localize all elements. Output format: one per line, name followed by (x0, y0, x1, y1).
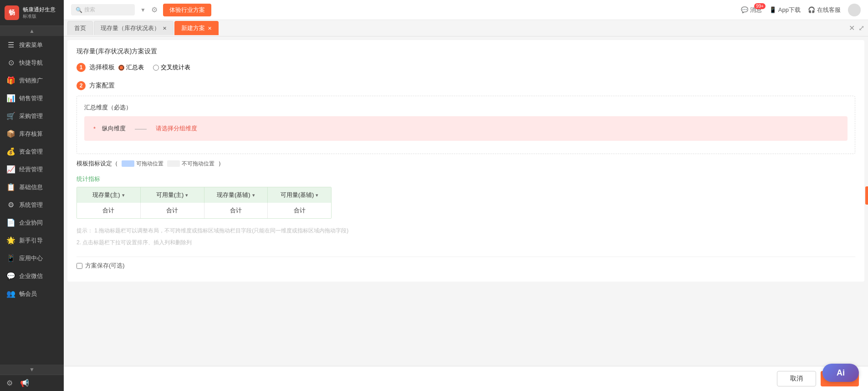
tab-new-scheme-label: 新建方案 (181, 24, 205, 32)
sidebar-item-quicknav[interactable]: ⊙ 快捷导航 (0, 54, 64, 72)
sidebar-item-apps[interactable]: 📱 应用中心 (0, 249, 64, 267)
tab-new-scheme-close[interactable]: ✕ (208, 26, 212, 31)
sidebar-item-label: 系统管理 (19, 201, 43, 209)
field-dash: —— (135, 125, 147, 132)
sidebar-item-member[interactable]: 👥 畅会员 (0, 285, 64, 303)
search-text: 搜索 (84, 6, 95, 14)
stat-table-header: 现存量(主) ▾ 可用量(主) ▾ 现存量(基辅) ▾ (77, 187, 331, 203)
stats-title: 统计指标 (77, 175, 855, 183)
save-checkbox[interactable]: 方案保存(可选) (77, 262, 855, 270)
tab-inventory[interactable]: 现存量（库存状况表） ✕ (94, 21, 174, 35)
sidebar-nav: ☰ 搜索菜单 ⊙ 快捷导航 🎁 营销推广 📊 销售管理 🛒 采购管理 📦 库存核… (0, 36, 64, 365)
sidebar-scroll-down[interactable]: ▼ (0, 365, 64, 375)
contract-icon: 📄 (6, 218, 15, 227)
radio-cross-label: 交叉统计表 (161, 63, 190, 72)
field-label-vertical: 纵向维度 (102, 124, 126, 133)
stat-col-2: 可用量(主) ▾ (141, 187, 204, 203)
sidebar-item-newbie[interactable]: 🌟 新手引导 (0, 232, 64, 249)
sidebar-item-label: 库存核算 (19, 130, 43, 138)
purchase-icon: 🛒 (6, 112, 15, 120)
tab-close-button[interactable]: ✕ (849, 24, 855, 32)
stat-col-4-chevron[interactable]: ▾ (316, 192, 318, 198)
step2-header: 2 方案配置 (77, 81, 855, 90)
sidebar-item-finance[interactable]: 💰 资金管理 (0, 143, 64, 160)
sidebar-item-label: 搜索菜单 (19, 41, 43, 49)
sidebar-item-marketing[interactable]: 🎁 营销推广 (0, 72, 64, 89)
field-placeholder: 请选择分组维度 (156, 124, 197, 133)
search-icon: 🔍 (76, 7, 82, 13)
online-service-link[interactable]: 🎧 在线客服 (808, 6, 841, 14)
main-area: 🔍 搜索 ▼ ⚙ 体验行业方案 💬 消息 99+ 📱 App下载 🎧 在线客服 (64, 0, 868, 391)
app-name: 畅康通好生意 (23, 6, 56, 14)
gift-icon: 🎁 (6, 76, 15, 85)
sidebar-item-purchase[interactable]: 🛒 采购管理 (0, 107, 64, 125)
search-menu-icon: ☰ (6, 41, 15, 49)
sidebar-item-label: 快捷导航 (19, 59, 43, 67)
tab-inventory-close[interactable]: ✕ (163, 26, 167, 31)
stats-table-section: 统计指标 现存量(主) ▾ 可用量(主) ▾ (77, 175, 855, 219)
settings-icon[interactable]: ⚙ (6, 379, 13, 387)
stat-col-3-chevron[interactable]: ▾ (252, 192, 255, 198)
stat-body-col-1: 合计 (77, 203, 141, 218)
sidebar-item-basic[interactable]: 📋 基础信息 (0, 178, 64, 196)
legend-non-draggable: 不可拖动位置 (167, 160, 214, 168)
sidebar-item-operations[interactable]: 📈 经营管理 (0, 160, 64, 178)
topbar-search[interactable]: 🔍 搜索 (71, 4, 135, 15)
right-edge-handle[interactable] (865, 186, 868, 205)
tab-new-scheme[interactable]: 新建方案 ✕ (174, 21, 219, 35)
step2-label: 方案配置 (89, 82, 115, 90)
chevron-down-icon[interactable]: ▼ (140, 7, 146, 13)
tab-home-label: 首页 (74, 24, 86, 32)
save-checkbox-input[interactable] (77, 263, 82, 269)
stat-col-1-chevron[interactable]: ▾ (122, 192, 125, 198)
compass-icon: ⊙ (6, 58, 15, 67)
template-radio-group: 汇总表 交叉统计表 (118, 63, 190, 72)
sidebar-item-label: 采购管理 (19, 112, 43, 120)
stat-col-4-label: 可用量(基辅) (281, 191, 314, 199)
app-download-link[interactable]: 📱 App下载 (769, 6, 801, 14)
tabs-actions: ✕ ⤢ (849, 24, 864, 32)
stat-table-body: 合计 合计 合计 合计 (77, 203, 331, 218)
sidebar-item-label: 营销推广 (19, 77, 43, 85)
sidebar-item-search[interactable]: ☰ 搜索菜单 (0, 36, 64, 54)
stat-col-2-chevron[interactable]: ▾ (185, 192, 188, 198)
gear-icon[interactable]: ⚙ (151, 5, 158, 14)
messages-badge[interactable]: 💬 消息 99+ (741, 6, 762, 14)
ai-fab-button[interactable]: Ai (822, 364, 859, 382)
topbar-right: 💬 消息 99+ 📱 App下载 🎧 在线客服 (741, 4, 861, 16)
tabs-bar: 首页 现存量（库存状况表） ✕ 新建方案 ✕ ✕ ⤢ (64, 20, 868, 36)
sidebar-item-wechat[interactable]: 💬 企业微信 (0, 267, 64, 285)
system-icon: ⚙ (6, 201, 15, 209)
sidebar-item-inventory[interactable]: 📦 库存核算 (0, 125, 64, 143)
basic-icon: 📋 (6, 183, 15, 191)
stat-col-4: 可用量(基辅) ▾ (268, 187, 331, 203)
stat-col-3-label: 现存量(基辅) (217, 191, 250, 199)
tab-expand-button[interactable]: ⤢ (858, 24, 864, 32)
sidebar-item-label: 新手引导 (19, 237, 43, 245)
dimension-field-row[interactable]: * 纵向维度 —— 请选择分组维度 (84, 116, 848, 141)
app-logo-icon: 畅 (5, 5, 19, 20)
radio-summary-label: 汇总表 (126, 63, 144, 72)
sidebar-scroll-up[interactable]: ▲ (0, 26, 64, 36)
topbar: 🔍 搜索 ▼ ⚙ 体验行业方案 💬 消息 99+ 📱 App下载 🎧 在线客服 (64, 0, 868, 20)
user-avatar[interactable] (848, 4, 861, 16)
sidebar-item-contract[interactable]: 📄 企业协同 (0, 214, 64, 232)
sidebar-item-label: 企业微信 (19, 272, 43, 280)
radio-cross[interactable]: 交叉统计表 (153, 63, 190, 72)
ai-label: Ai (837, 368, 845, 378)
content-inner: 现存量(库存状况表)方案设置 1 选择模板 汇总表 交叉统计表 (67, 40, 864, 282)
sidebar-item-system[interactable]: ⚙ 系统管理 (0, 196, 64, 214)
template-settings-label: 模板指标设定（ 可拖动位置 不可拖动位置 ） (77, 159, 855, 168)
cancel-button[interactable]: 取消 (777, 371, 816, 386)
step2-section: 2 方案配置 汇总维度（必选） * 纵向维度 —— 请选择分组维度 (77, 81, 855, 247)
tab-home[interactable]: 首页 (67, 21, 93, 35)
speaker-icon[interactable]: 📢 (20, 379, 29, 387)
sidebar-item-label: 畅会员 (19, 290, 37, 298)
radio-summary[interactable]: 汇总表 (118, 63, 144, 72)
industry-scheme-button[interactable]: 体验行业方案 (163, 4, 211, 16)
stat-col-2-label: 可用量(主) (156, 191, 184, 199)
action-bar: 取消 查询 (64, 366, 868, 391)
stat-col-1: 现存量(主) ▾ (77, 187, 141, 203)
sidebar-item-sales[interactable]: 📊 销售管理 (0, 89, 64, 107)
content-area: 现存量(库存状况表)方案设置 1 选择模板 汇总表 交叉统计表 (64, 36, 868, 366)
